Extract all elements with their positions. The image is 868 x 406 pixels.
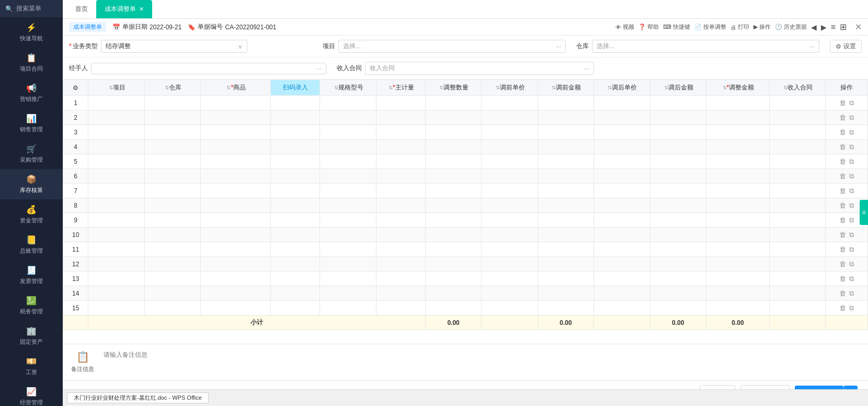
cell-warehouse[interactable] [144, 198, 200, 213]
close-window-icon[interactable]: ✕ [855, 22, 862, 32]
cell-scan[interactable] [271, 169, 320, 184]
cell-before-price[interactable] [482, 257, 538, 272]
toolbar-nav-prev[interactable]: ◀ [811, 23, 817, 31]
th-spec[interactable]: ⇅规格型号 [320, 80, 376, 96]
cell-product[interactable] [201, 184, 271, 198]
cell-after-price[interactable] [594, 125, 650, 140]
cell-adjust-amount[interactable] [706, 96, 770, 110]
cell-warehouse[interactable] [144, 184, 200, 198]
cell-qty[interactable] [425, 213, 481, 228]
toolbar-view-list[interactable]: ≡ [831, 22, 836, 32]
sidebar-item-ledger-mgmt[interactable]: 📒 总账管理 [0, 230, 63, 260]
sidebar-item-capital-mgmt[interactable]: 💰 资金管理 [0, 199, 63, 230]
cell-spec[interactable] [320, 184, 376, 198]
cell-income-contract[interactable] [769, 286, 825, 301]
cell-scan[interactable] [271, 242, 320, 257]
cell-unit[interactable] [376, 110, 425, 125]
cell-warehouse[interactable] [144, 272, 200, 286]
cell-warehouse[interactable] [144, 228, 200, 242]
cell-before-price[interactable] [482, 286, 538, 301]
cell-unit[interactable] [376, 242, 425, 257]
cell-qty[interactable] [425, 301, 481, 315]
copy-row-icon[interactable]: ⧉ [849, 260, 854, 268]
cell-before-price[interactable] [482, 198, 538, 213]
cell-unit[interactable] [376, 213, 425, 228]
cell-unit[interactable] [376, 257, 425, 272]
sidebar-item-sales-mgmt[interactable]: 📊 销售管理 [0, 108, 63, 139]
cell-adjust-amount[interactable] [706, 242, 770, 257]
side-panel-toggle[interactable]: ≡ [860, 200, 868, 225]
cell-unit[interactable] [376, 140, 425, 154]
th-before-price[interactable]: ⇅调前单价 [482, 80, 538, 96]
cell-product[interactable] [201, 301, 271, 315]
th-before-amount[interactable]: ⇅调前金额 [538, 80, 593, 96]
delete-row-icon[interactable]: 🗑 [839, 172, 846, 181]
cell-project[interactable] [88, 286, 144, 301]
cell-qty[interactable] [425, 110, 481, 125]
cell-qty[interactable] [425, 154, 481, 169]
copy-row-icon[interactable]: ⧉ [849, 157, 854, 166]
cell-adjust-amount[interactable] [706, 140, 770, 154]
cell-scan[interactable] [271, 96, 320, 110]
toolbar-view-grid[interactable]: ⊞ [840, 22, 847, 32]
cell-after-price[interactable] [594, 154, 650, 169]
cell-scan[interactable] [271, 301, 320, 315]
th-adjust-amount[interactable]: ⇅*调整金额 [706, 80, 770, 96]
cell-unit[interactable] [376, 286, 425, 301]
delete-row-icon[interactable]: 🗑 [839, 114, 846, 122]
cell-spec[interactable] [320, 198, 376, 213]
cell-warehouse[interactable] [144, 286, 200, 301]
cell-spec[interactable] [320, 242, 376, 257]
delete-row-icon[interactable]: 🗑 [839, 143, 846, 151]
copy-row-icon[interactable]: ⧉ [849, 216, 854, 224]
cell-after-amount[interactable] [650, 110, 706, 125]
copy-row-icon[interactable]: ⧉ [849, 128, 854, 137]
project-ellipsis[interactable]: ··· [556, 43, 561, 50]
cell-warehouse[interactable] [144, 257, 200, 272]
sidebar-item-invoice-mgmt[interactable]: 🧾 发票管理 [0, 260, 63, 290]
cell-before-price[interactable] [482, 272, 538, 286]
th-product[interactable]: ⇅*商品 [201, 80, 271, 96]
cell-project[interactable] [88, 125, 144, 140]
cell-after-amount[interactable] [650, 228, 706, 242]
sidebar-item-inventory[interactable]: 📦 库存核算 [0, 169, 63, 199]
delete-row-icon[interactable]: 🗑 [839, 128, 846, 137]
copy-row-icon[interactable]: ⧉ [849, 245, 854, 254]
cell-spec[interactable] [320, 169, 376, 184]
cell-before-amount[interactable] [538, 154, 593, 169]
cell-unit[interactable] [376, 169, 425, 184]
cell-income-contract[interactable] [769, 198, 825, 213]
cell-scan[interactable] [271, 272, 320, 286]
cell-project[interactable] [88, 213, 144, 228]
cell-before-amount[interactable] [538, 184, 593, 198]
cell-adjust-amount[interactable] [706, 286, 770, 301]
sidebar-item-project-contract[interactable]: 📋 项目合同 [0, 48, 63, 78]
cell-warehouse[interactable] [144, 96, 200, 110]
cell-before-price[interactable] [482, 301, 538, 315]
cell-spec[interactable] [320, 301, 376, 315]
cell-unit[interactable] [376, 301, 425, 315]
cell-after-price[interactable] [594, 286, 650, 301]
cell-after-price[interactable] [594, 184, 650, 198]
cell-before-amount[interactable] [538, 140, 593, 154]
cell-qty[interactable] [425, 198, 481, 213]
cell-adjust-amount[interactable] [706, 213, 770, 228]
handler-input[interactable]: ··· [91, 63, 326, 74]
cell-adjust-amount[interactable] [706, 228, 770, 242]
warehouse-ellipsis[interactable]: ··· [809, 43, 815, 50]
delete-row-icon[interactable]: 🗑 [839, 231, 846, 239]
cell-spec[interactable] [320, 213, 376, 228]
cell-after-price[interactable] [594, 110, 650, 125]
th-warehouse[interactable]: ⇅仓库 [144, 80, 200, 96]
toolbar-voucher[interactable]: 📄 按单调整 [694, 23, 726, 31]
cell-project[interactable] [88, 301, 144, 315]
cell-before-price[interactable] [482, 242, 538, 257]
cell-income-contract[interactable] [769, 301, 825, 315]
cell-after-price[interactable] [594, 140, 650, 154]
cell-unit[interactable] [376, 198, 425, 213]
copy-row-icon[interactable]: ⧉ [849, 304, 854, 312]
cell-after-amount[interactable] [650, 154, 706, 169]
cell-before-amount[interactable] [538, 213, 593, 228]
cell-scan[interactable] [271, 198, 320, 213]
delete-row-icon[interactable]: 🗑 [839, 304, 846, 312]
